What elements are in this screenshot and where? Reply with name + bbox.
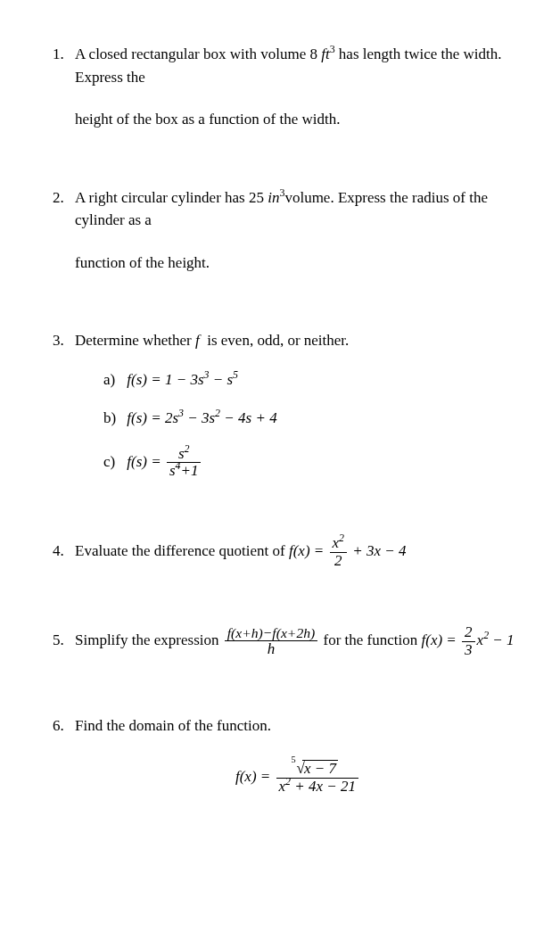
- problem-4: Evaluate the difference quotient of f(x)…: [68, 535, 521, 569]
- q5-pre: Simplify the expression: [75, 631, 223, 648]
- q5-quotient: f(x+h)−f(x+2h) h: [223, 631, 324, 648]
- q4-expr: f(x) = x2 2 + 3x − 4: [289, 542, 407, 559]
- q6-intro: Find the domain of the function.: [75, 717, 271, 734]
- q3-a-expr: f(s) = 1 − 3s3 − s5: [127, 371, 238, 388]
- q6-root-index: 5: [292, 755, 296, 764]
- q4-intro: Evaluate the difference quotient of: [75, 542, 289, 559]
- q5-num: f(x+h)−f(x+2h): [225, 625, 318, 641]
- q5-den: h: [225, 641, 318, 658]
- q3-a: a) f(s) = 1 − 3s3 − s5: [103, 368, 521, 392]
- q5-mid: for the function: [323, 631, 421, 648]
- q1-line2: height of the box as a function of the w…: [75, 108, 521, 131]
- q2-line1: A right circular cylinder has 25 in3volu…: [75, 189, 488, 229]
- q6-root-content: x − 7: [302, 760, 338, 778]
- problem-1: A closed rectangular box with volume 8 f…: [68, 43, 521, 131]
- q3-c: c) f(s) = s2 s4+1: [103, 446, 521, 480]
- q3-b-label: b): [103, 407, 123, 430]
- q4-post: + 3x − 4: [352, 542, 406, 559]
- q5-fn: f(x) = 2 3 x2 − 1: [421, 631, 514, 648]
- q2-line2: function of the height.: [75, 252, 521, 275]
- problem-3: Determine whether f is even, odd, or nei…: [68, 329, 521, 480]
- q6-den: x2 + 4x − 21: [276, 779, 359, 796]
- q3-c-label: c): [103, 450, 123, 474]
- q5-fnum: 2: [462, 624, 475, 642]
- problem-list: A closed rectangular box with volume 8 f…: [46, 43, 521, 796]
- q4-den: 2: [330, 553, 348, 570]
- q3-b-expr: f(s) = 2s3 − 3s2 − 4s + 4: [127, 409, 276, 426]
- problem-2: A right circular cylinder has 25 in3volu…: [68, 186, 521, 275]
- problem-5: Simplify the expression f(x+h)−f(x+2h) h…: [68, 624, 521, 658]
- q3-c-expr: f(s) = s2 s4+1: [127, 453, 202, 470]
- q5-fden: 3: [462, 642, 475, 659]
- q3-intro: Determine whether f is even, odd, or nei…: [75, 332, 349, 349]
- q3-a-label: a): [103, 368, 123, 392]
- q6-equation: f(x) = 5 √x − 7 x2 + 4x − 21: [75, 760, 521, 795]
- q3-c-num: s2: [167, 446, 202, 464]
- q3-b: b) f(s) = 2s3 − 3s2 − 4s + 4: [103, 407, 521, 430]
- problem-6: Find the domain of the function. f(x) = …: [68, 714, 521, 796]
- q1-line1: A closed rectangular box with volume 8 f…: [75, 45, 502, 86]
- q3-c-den: s4+1: [167, 463, 202, 480]
- q4-num: x2: [330, 535, 348, 553]
